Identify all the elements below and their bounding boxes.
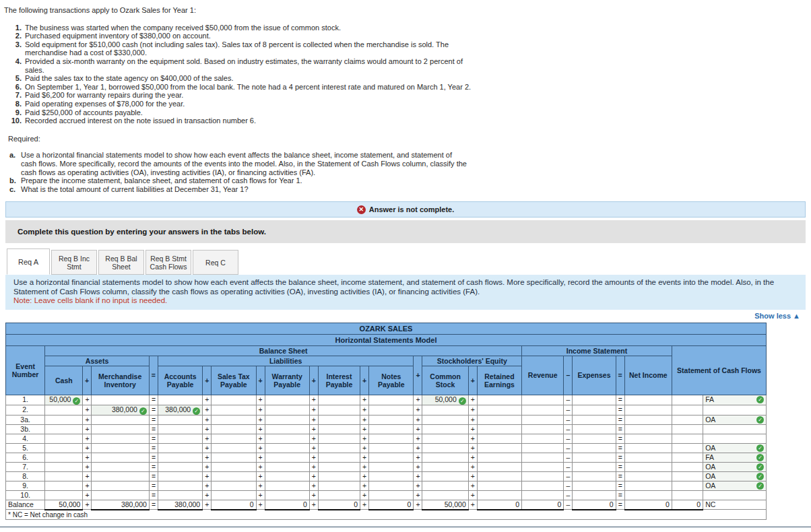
expenses-input-cell[interactable] [573,462,616,471]
retained-earnings-input-cell[interactable] [477,481,521,490]
accounts-payable-input-cell[interactable]: 380,000✓ [158,405,202,415]
revenue-input-cell[interactable] [522,434,564,443]
merch-inventory-input-cell[interactable] [91,443,149,453]
retained-earnings-input-cell[interactable] [477,443,521,453]
cash-input-cell[interactable] [45,434,83,443]
warranty-payable-input-cell[interactable] [265,405,309,415]
merch-inventory-input-cell[interactable]: 380,000✓ [91,405,149,415]
expenses-input-cell[interactable] [573,424,616,434]
cash-flow-class-cell[interactable] [703,490,767,500]
revenue-input-cell[interactable] [522,471,564,481]
common-stock-input-cell[interactable]: 50,000✓ [422,395,468,405]
notes-payable-input-cell[interactable] [369,415,414,424]
expenses-input-cell[interactable] [573,471,616,481]
cash-input-cell[interactable] [45,453,83,462]
revenue-input-cell[interactable] [522,462,564,471]
net-income-input-cell[interactable] [624,443,672,453]
sales-tax-payable-input-cell[interactable] [212,462,256,471]
cf-amount-input-cell[interactable] [672,471,703,481]
merch-inventory-input-cell[interactable] [91,424,149,434]
sales-tax-payable-input-cell[interactable] [212,424,256,434]
expenses-input-cell[interactable] [573,434,616,443]
cf-amount-input-cell[interactable] [672,453,703,462]
warranty-payable-input-cell[interactable] [265,434,309,443]
cf-amount-input-cell[interactable] [672,490,703,500]
interest-payable-input-cell[interactable] [318,481,360,490]
expenses-input-cell[interactable] [573,395,616,405]
cf-amount-input-cell[interactable] [672,415,703,424]
cf-amount-input-cell[interactable] [672,405,703,415]
accounts-payable-input-cell[interactable] [158,490,202,500]
net-income-input-cell[interactable] [624,415,672,424]
interest-payable-input-cell[interactable] [318,471,360,481]
warranty-payable-input-cell[interactable] [265,481,309,490]
cash-flow-class-cell[interactable]: ✓FA [703,453,767,462]
notes-payable-input-cell[interactable] [369,462,414,471]
retained-earnings-input-cell[interactable] [477,490,521,500]
cash-flow-class-cell[interactable]: ✓FA [703,395,767,405]
merch-inventory-input-cell[interactable] [91,415,149,424]
expenses-input-cell[interactable] [573,443,616,453]
interest-payable-input-cell[interactable] [318,443,360,453]
sales-tax-payable-input-cell[interactable] [212,443,256,453]
retained-earnings-input-cell[interactable] [477,471,521,481]
common-stock-input-cell[interactable] [422,443,468,453]
notes-payable-input-cell[interactable] [369,481,414,490]
cash-input-cell[interactable] [45,405,83,415]
cash-input-cell[interactable] [45,481,83,490]
notes-payable-input-cell[interactable] [369,443,414,453]
interest-payable-input-cell[interactable] [318,434,360,443]
retained-earnings-input-cell[interactable] [477,424,521,434]
cf-amount-input-cell[interactable] [672,462,703,471]
sales-tax-payable-input-cell[interactable] [212,481,256,490]
cash-flow-class-cell[interactable] [703,434,767,443]
cf-amount-input-cell[interactable] [672,424,703,434]
cash-flow-class-cell[interactable]: ✓OA [703,481,767,490]
sales-tax-payable-input-cell[interactable] [212,405,256,415]
cash-flow-class-cell[interactable] [703,424,767,434]
common-stock-input-cell[interactable] [422,405,468,415]
interest-payable-input-cell[interactable] [318,462,360,471]
retained-earnings-input-cell[interactable] [477,462,521,471]
accounts-payable-input-cell[interactable] [158,481,202,490]
revenue-input-cell[interactable] [522,405,564,415]
cash-input-cell[interactable] [45,415,83,424]
cash-flow-class-cell[interactable] [703,405,767,415]
common-stock-input-cell[interactable] [422,471,468,481]
revenue-input-cell[interactable] [522,453,564,462]
accounts-payable-input-cell[interactable] [158,424,202,434]
retained-earnings-input-cell[interactable] [477,415,521,424]
warranty-payable-input-cell[interactable] [265,471,309,481]
common-stock-input-cell[interactable] [422,481,468,490]
cash-input-cell[interactable] [45,443,83,453]
accounts-payable-input-cell[interactable] [158,471,202,481]
notes-payable-input-cell[interactable] [369,471,414,481]
revenue-input-cell[interactable] [522,481,564,490]
cash-input-cell[interactable] [45,462,83,471]
common-stock-input-cell[interactable] [422,424,468,434]
common-stock-input-cell[interactable] [422,415,468,424]
sales-tax-payable-input-cell[interactable] [212,490,256,500]
net-income-input-cell[interactable] [624,462,672,471]
net-income-input-cell[interactable] [624,453,672,462]
net-income-input-cell[interactable] [624,490,672,500]
accounts-payable-input-cell[interactable] [158,443,202,453]
notes-payable-input-cell[interactable] [369,405,414,415]
warranty-payable-input-cell[interactable] [265,424,309,434]
merch-inventory-input-cell[interactable] [91,453,149,462]
cash-input-cell[interactable]: 50,000✓ [45,395,83,405]
net-income-input-cell[interactable] [624,471,672,481]
cash-flow-class-cell[interactable]: ✓OA [703,415,767,424]
common-stock-input-cell[interactable] [422,453,468,462]
retained-earnings-input-cell[interactable] [477,405,521,415]
expenses-input-cell[interactable] [573,415,616,424]
cash-flow-class-cell[interactable]: ✓OA [703,471,767,481]
revenue-input-cell[interactable] [522,443,564,453]
interest-payable-input-cell[interactable] [318,395,360,405]
interest-payable-input-cell[interactable] [318,453,360,462]
notes-payable-input-cell[interactable] [369,490,414,500]
accounts-payable-input-cell[interactable] [158,462,202,471]
merch-inventory-input-cell[interactable] [91,471,149,481]
common-stock-input-cell[interactable] [422,490,468,500]
net-income-input-cell[interactable] [624,424,672,434]
